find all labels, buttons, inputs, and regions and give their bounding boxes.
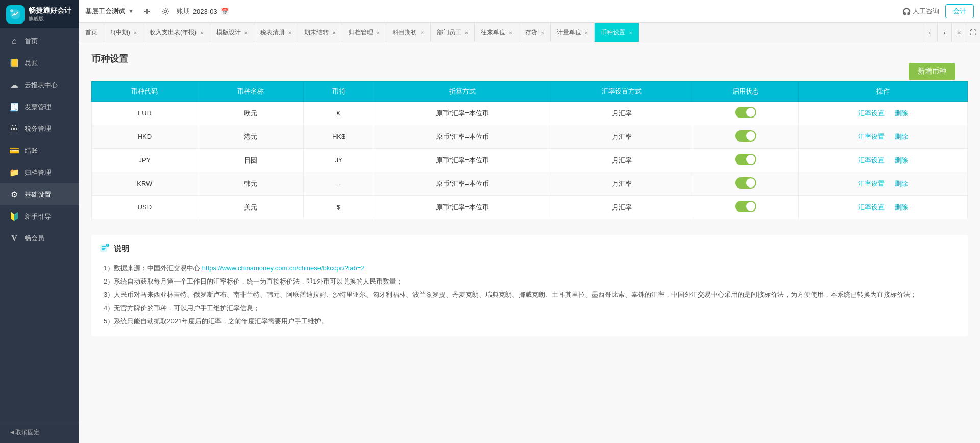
tab-close-icon[interactable]: ×: [134, 30, 137, 36]
sidebar-item-reports[interactable]: ☁ 云报表中心: [0, 74, 79, 96]
rate-setting-link[interactable]: 汇率设置: [858, 109, 885, 117]
cell-status: [693, 196, 799, 219]
cell-method: 原币*汇率=本位币: [374, 172, 551, 196]
delete-link[interactable]: 删除: [895, 180, 908, 188]
account-button[interactable]: 会计: [945, 4, 974, 18]
tab-close-icon[interactable]: ×: [541, 30, 544, 36]
tab-label: 模版设计: [216, 28, 241, 37]
tab-tax[interactable]: 税表清册 ×: [254, 23, 298, 42]
tab-partners[interactable]: 往来单位 ×: [475, 23, 519, 42]
cell-name: 美元: [198, 196, 304, 219]
tab-close-icon[interactable]: ×: [509, 30, 512, 36]
toggle-HKD[interactable]: [735, 130, 756, 142]
cell-rate-method: 月汇率: [551, 172, 693, 196]
sidebar-item-home[interactable]: ⌂ 首页: [0, 31, 79, 52]
tab-unit[interactable]: 计量单位 ×: [551, 23, 595, 42]
tab-close-icon[interactable]: ×: [421, 30, 424, 36]
notice-link[interactable]: https://www.chinamoney.com.cn/chinese/bk…: [202, 264, 365, 272]
tab-close-icon[interactable]: ×: [585, 30, 588, 36]
tab-close-icon[interactable]: ×: [332, 30, 335, 36]
tab-close-all-button[interactable]: ×: [951, 23, 966, 42]
sidebar-item-basic[interactable]: ⚙ 基础设置: [0, 183, 79, 205]
sidebar-item-guide[interactable]: 🔰 新手引导: [0, 205, 79, 227]
tab-archive[interactable]: 归档管理 ×: [342, 23, 386, 42]
notice-item: 1）数据来源：中国外汇交易中心 https://www.chinamoney.c…: [104, 262, 960, 275]
col-name: 币种名称: [198, 82, 304, 102]
cell-method: 原币*汇率=本位币: [374, 125, 551, 149]
checkout-icon: 💳: [9, 146, 19, 155]
rate-setting-link[interactable]: 汇率设置: [858, 156, 885, 164]
tab-close-icon[interactable]: ×: [200, 30, 203, 36]
tab-label: 期末结转: [304, 28, 329, 37]
tab-template[interactable]: 模版设计 ×: [210, 23, 254, 42]
settings-button[interactable]: [158, 4, 173, 18]
tab-dept[interactable]: 部门员工 ×: [431, 23, 475, 42]
tab-stock[interactable]: 存货 ×: [519, 23, 551, 42]
toggle-thumb: [746, 155, 755, 164]
cell-code: KRW: [92, 172, 198, 196]
tab-next-button[interactable]: ›: [937, 23, 951, 42]
table-row: JPY 日圆 J¥ 原币*汇率=本位币 月汇率 汇率设置 删除: [92, 149, 968, 172]
tab-home[interactable]: 首页: [79, 23, 104, 42]
new-currency-button[interactable]: 新增币种: [909, 63, 955, 80]
tab-close-icon[interactable]: ×: [244, 30, 248, 36]
logo-icon: [6, 5, 24, 24]
sidebar-pin-toggle[interactable]: ◄取消固定: [0, 422, 79, 443]
sidebar-item-ledger[interactable]: 📒 总账: [0, 52, 79, 74]
delete-link[interactable]: 删除: [895, 109, 908, 117]
toggle-track: [735, 130, 756, 142]
sidebar-item-tax[interactable]: 🏛 税务管理: [0, 118, 79, 139]
tab-balance[interactable]: £(中期) ×: [104, 23, 143, 42]
toggle-track: [735, 154, 756, 165]
calendar-icon[interactable]: 📅: [220, 8, 229, 15]
sidebar-item-invoice[interactable]: 🧾 发票管理: [0, 96, 79, 118]
page-title: 币种设置: [91, 53, 128, 65]
toggle-thumb: [746, 202, 755, 211]
cell-symbol: $: [304, 196, 374, 219]
rate-setting-link[interactable]: 汇率设置: [858, 180, 885, 188]
sidebar-item-archive[interactable]: 📁 归档管理: [0, 161, 79, 183]
sidebar-item-label: 畅会员: [24, 234, 44, 243]
rate-setting-link[interactable]: 汇率设置: [858, 133, 885, 141]
svg-point-2: [164, 10, 166, 13]
delete-link[interactable]: 删除: [895, 133, 908, 141]
notice-item: 4）无官方牌价的币种，可以用户手工维护汇率信息；: [104, 301, 960, 315]
company-selector[interactable]: 基层工会测试 ▼: [85, 7, 134, 16]
period-value: 2023-03: [193, 8, 217, 15]
archive-icon: 📁: [9, 168, 19, 177]
tax-icon: 🏛: [9, 124, 19, 133]
tab-close-icon[interactable]: ×: [465, 30, 468, 36]
cell-status: [693, 125, 799, 149]
tab-currency[interactable]: 币种设置 ×: [595, 23, 639, 42]
tab-close-icon[interactable]: ×: [629, 30, 632, 36]
toggle-USD[interactable]: [735, 201, 756, 212]
sidebar-item-checkout[interactable]: 💳 结账: [0, 139, 79, 161]
cell-code: JPY: [92, 149, 198, 172]
rate-setting-link[interactable]: 汇率设置: [858, 203, 885, 211]
cell-code: EUR: [92, 102, 198, 125]
tab-period-end[interactable]: 期末结转 ×: [298, 23, 342, 42]
tab-subjects[interactable]: 科目期初 ×: [386, 23, 430, 42]
customer-service-button[interactable]: 🎧 人工咨询: [902, 7, 939, 16]
tab-prev-button[interactable]: ‹: [923, 23, 937, 42]
content-area: 币种设置 新增币种 币种代码 币种名称 币符 折算方式 汇率设置方式 启用状态 …: [79, 42, 980, 443]
tab-income[interactable]: 收入支出表(年报) ×: [143, 23, 210, 42]
tab-expand-button[interactable]: ⛶: [966, 23, 980, 42]
sidebar-item-vip[interactable]: V 畅会员: [0, 227, 79, 249]
cell-name: 韩元: [198, 172, 304, 196]
vip-icon: V: [9, 234, 19, 243]
add-company-button[interactable]: [140, 4, 154, 18]
toggle-EUR[interactable]: [735, 107, 756, 118]
gear-icon: ⚙: [9, 190, 19, 199]
cell-actions: 汇率设置 删除: [799, 149, 968, 172]
tab-close-icon[interactable]: ×: [288, 30, 291, 36]
tab-label: 币种设置: [601, 28, 625, 37]
tab-close-icon[interactable]: ×: [377, 30, 380, 36]
delete-link[interactable]: 删除: [895, 156, 908, 164]
sidebar-item-label: 总账: [24, 59, 38, 68]
delete-link[interactable]: 删除: [895, 203, 908, 211]
toggle-JPY[interactable]: [735, 154, 756, 165]
notice-list: 1）数据来源：中国外汇交易中心 https://www.chinamoney.c…: [100, 262, 960, 328]
toggle-KRW[interactable]: [735, 177, 756, 189]
cell-actions: 汇率设置 删除: [799, 102, 968, 125]
